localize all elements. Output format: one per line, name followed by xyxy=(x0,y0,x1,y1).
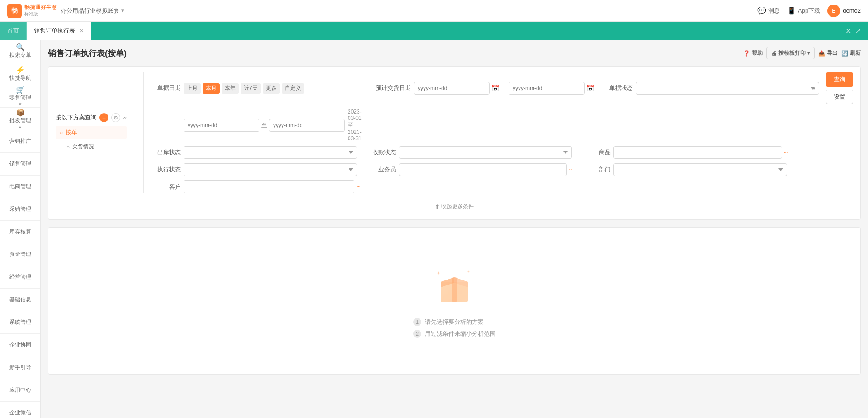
sidebar-item-search[interactable]: 🔍 搜索菜单 xyxy=(0,40,40,62)
product-label: 商品 xyxy=(579,148,611,157)
scheme-debt-icon: ○ xyxy=(66,144,70,150)
action-btns: 查询 设置 xyxy=(826,72,853,104)
help-label: 帮助 xyxy=(752,49,763,57)
expected-date-start[interactable] xyxy=(414,82,490,95)
ecommerce-label: 电商管理 xyxy=(9,183,31,190)
tab-home[interactable]: 首页 xyxy=(0,22,27,40)
sidebar-item-marketing[interactable]: 营销推广 xyxy=(0,130,40,153)
product-dots-btn[interactable]: ··· xyxy=(784,148,787,157)
help-icon: ❓ xyxy=(743,50,750,57)
sidebar-item-ecommerce[interactable]: 电商管理 xyxy=(0,176,40,198)
template-print-btn[interactable]: 🖨 按模板打印 ▾ xyxy=(766,47,815,59)
scheme-item-by-order[interactable]: ○ 按单 xyxy=(56,126,127,139)
doc-date-start[interactable] xyxy=(184,119,259,132)
filter-expected-date: 预计交货日期 📅 — 📅 xyxy=(370,82,594,95)
product-input[interactable] xyxy=(613,146,782,159)
sales-label: 销售管理 xyxy=(9,160,31,168)
dept-select[interactable] xyxy=(613,163,787,176)
filter-department: 部门 xyxy=(579,163,787,176)
sidebar-item-inventory[interactable]: 库存核算 xyxy=(0,221,40,243)
inventory-label: 库存核算 xyxy=(9,228,31,236)
collection-status-select[interactable] xyxy=(399,146,572,159)
expected-date-end[interactable] xyxy=(509,82,585,95)
sidebar-item-system[interactable]: 系统管理 xyxy=(0,311,40,334)
date-btn-last-month[interactable]: 上月 xyxy=(184,83,201,94)
sidebar: 🔍 搜索菜单 ⚡ 快捷导航 🛒 零售管理 ▼ 📦 批发管理 ▲ 营销推广 销售管… xyxy=(0,40,41,418)
date-btn-this-year[interactable]: 本年 xyxy=(222,83,239,94)
scheme-panel-header: 按以下方案查询 + ⚙ « xyxy=(56,113,127,122)
customer-input[interactable] xyxy=(184,180,354,193)
sidebar-item-sales[interactable]: 销售管理 xyxy=(0,153,40,176)
sidebar-item-wechat[interactable]: 企业微信 xyxy=(0,402,40,418)
date-range-inputs: 至 xyxy=(184,119,345,132)
sidebar-search-label: 搜索菜单 xyxy=(9,52,31,59)
sidebar-item-enterprise[interactable]: 企业协同 xyxy=(0,334,40,356)
collapse-btn[interactable]: ⬆ 收起更多条件 xyxy=(435,203,474,210)
help-btn[interactable]: ❓ 帮助 xyxy=(743,49,763,57)
user-area[interactable]: E demo2 xyxy=(827,5,861,17)
doc-status-select[interactable] xyxy=(636,82,819,95)
refresh-btn[interactable]: 🔄 刷新 xyxy=(841,49,861,57)
scheme-item-order-label: 按单 xyxy=(66,128,77,137)
date-btn-more[interactable]: 更多 xyxy=(263,83,280,94)
window-expand-icon[interactable]: ⤢ xyxy=(855,27,861,35)
scheme-collapse-btn[interactable]: « xyxy=(123,114,127,121)
outbound-status-select[interactable] xyxy=(184,146,357,159)
filter-row-top: 单据日期 上月 本月 本年 近7天 更多 自定义 xyxy=(149,72,853,104)
page-header: 销售订单执行表(按单) ❓ 帮助 🖨 按模板打印 ▾ 📤 导出 🔄 刷新 xyxy=(48,47,861,59)
page-title-text: 销售订单执行表(按单) xyxy=(48,48,127,59)
logo-area[interactable]: 畅 畅捷通好生意 标准版 xyxy=(7,4,57,18)
app-download-btn[interactable]: 📱 App下载 xyxy=(787,6,820,15)
refresh-icon: 🔄 xyxy=(841,50,848,57)
breadcrumb-text: 办公用品行业模拟账套 xyxy=(61,7,119,15)
date-btn-this-month[interactable]: 本月 xyxy=(203,83,220,94)
salesperson-input[interactable] xyxy=(399,163,567,176)
sidebar-retail-label: 零售管理 xyxy=(9,94,31,102)
doc-date-end[interactable] xyxy=(269,119,345,132)
logo-icon: 畅 xyxy=(7,4,22,18)
sidebar-item-apps[interactable]: 应用中心 xyxy=(0,379,40,402)
scheme-settings-btn[interactable]: ⚙ xyxy=(111,113,120,122)
filter-fields: 单据日期 上月 本月 本年 近7天 更多 自定义 xyxy=(149,72,853,193)
filter-salesperson: 业务员 ··· xyxy=(364,163,572,176)
settings-btn[interactable]: 设置 xyxy=(826,90,853,104)
filter-row-1: 按以下方案查询 + ⚙ « ○ 按单 ○ 欠货情况 xyxy=(56,72,853,193)
dept-label: 部门 xyxy=(579,166,611,174)
scheme-item-debt[interactable]: ○ 欠货情况 xyxy=(56,141,127,152)
filter-doc-status: 单据状态 ▾ xyxy=(601,82,815,95)
sidebar-item-quick-nav[interactable]: ⚡ 快捷导航 xyxy=(0,62,40,85)
tab-close-icon[interactable]: ✕ xyxy=(80,28,84,34)
template-print-icon: 🖨 xyxy=(771,50,777,57)
search-btn[interactable]: 查询 xyxy=(826,72,853,87)
home-tab-label: 首页 xyxy=(7,27,19,35)
date-btn-custom[interactable]: 自定义 xyxy=(282,83,304,94)
sidebar-item-newbie[interactable]: 新手引导 xyxy=(0,356,40,379)
date-btn-7days[interactable]: 近7天 xyxy=(241,83,261,94)
export-btn[interactable]: 📤 导出 xyxy=(818,49,838,57)
empty-hint-1-text: 请先选择要分析的方案 xyxy=(425,318,484,326)
sidebar-item-basic[interactable]: 基础信息 xyxy=(0,289,40,311)
sidebar-item-wholesale[interactable]: 📦 批发管理 ▲ xyxy=(0,108,40,130)
logo-sub: 标准版 xyxy=(24,11,57,17)
tab-sales-exec-list[interactable]: 销售订单执行表 ✕ xyxy=(27,22,91,40)
sidebar-quick-nav-label: 快捷导航 xyxy=(9,74,31,82)
empty-hint-1: 1 请先选择要分析的方案 xyxy=(413,318,495,326)
exec-status-select[interactable] xyxy=(184,163,357,176)
message-icon: 💬 xyxy=(757,6,766,15)
message-btn[interactable]: 💬 消息 xyxy=(757,6,780,15)
sidebar-item-retail[interactable]: 🛒 零售管理 ▼ xyxy=(0,85,40,108)
sidebar-item-purchase[interactable]: 采购管理 xyxy=(0,198,40,221)
expected-date-start-cal-icon[interactable]: 📅 xyxy=(491,85,499,92)
sidebar-item-operations[interactable]: 经营管理 xyxy=(0,266,40,289)
customer-dots-btn[interactable]: ··· xyxy=(356,183,359,191)
finance-label: 资金管理 xyxy=(9,251,31,258)
scheme-add-btn[interactable]: + xyxy=(99,113,108,122)
nav-tabs: 首页 销售订单执行表 ✕ ✕ ⤢ xyxy=(0,22,868,40)
expected-date-end-cal-icon[interactable]: 📅 xyxy=(586,85,594,92)
outbound-status-label: 出库状态 xyxy=(149,148,181,157)
purchase-label: 采购管理 xyxy=(9,205,31,213)
window-close-icon[interactable]: ✕ xyxy=(845,27,851,35)
sidebar-item-finance[interactable]: 资金管理 xyxy=(0,243,40,266)
salesperson-dots-btn[interactable]: ··· xyxy=(569,166,572,174)
breadcrumb-dropdown-icon[interactable]: ▾ xyxy=(121,7,124,14)
